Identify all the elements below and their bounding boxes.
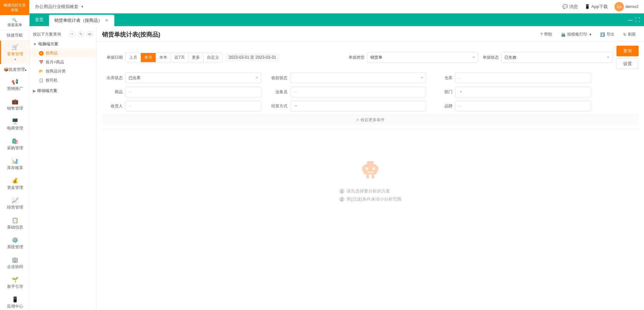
- collapse-panel-btn[interactable]: ≪: [86, 31, 93, 38]
- filter-row-3: 商品 ··· 业务员 ··· 部门: [102, 87, 639, 97]
- svg-point-3: [366, 167, 368, 170]
- appcenter-icon: 📱: [12, 296, 18, 303]
- outstatus-filter: 出库状态 已出库: [102, 72, 261, 83]
- date-btn-7days[interactable]: 近7天: [171, 53, 189, 62]
- empty-state: 1 请先选择要分析的方案 2 用[过滤]条件来缩小分析范围: [97, 129, 644, 231]
- user-menu[interactable]: Ea demo2: [614, 2, 639, 11]
- brand-select[interactable]: ···: [455, 101, 591, 111]
- paymentmethod-label: 结算方式: [267, 103, 290, 109]
- message-btn[interactable]: 💬 消息: [562, 4, 578, 10]
- print-dropdown-icon[interactable]: ▾: [589, 32, 591, 37]
- salesperson-filter: 业务员 ···: [267, 87, 426, 97]
- paymentmethod-filter: 结算方式: [267, 101, 426, 111]
- left-panel-title: 按以下方案查询: [33, 32, 61, 37]
- tab-minimize-icon[interactable]: —: [628, 17, 633, 22]
- sidebar-item-enterprise[interactable]: 🏢 企业协同: [0, 253, 29, 273]
- tree-item-by-product[interactable]: ● 按商品: [30, 49, 96, 58]
- receiver-dots: ···: [128, 104, 132, 108]
- industry-dropdown-icon[interactable]: ▾: [81, 4, 84, 9]
- doctype-dropdown-icon: [472, 57, 475, 58]
- tip-num-1: 1: [339, 189, 344, 194]
- sidebar-item-basic[interactable]: 📋 基础信息: [0, 214, 29, 234]
- payment-select[interactable]: [290, 72, 426, 83]
- basic-icon: 📋: [12, 217, 18, 223]
- industry-name: 办公用品行业模拟账套: [35, 4, 78, 10]
- tree-item-by-month[interactable]: 📅 按月+商品: [30, 58, 96, 67]
- tab-sales-stat-label: 销货单统计表（按商品）: [54, 17, 102, 23]
- edit-scheme-btn[interactable]: ✎: [77, 31, 84, 38]
- date-btn-lastmonth[interactable]: 上月: [126, 53, 141, 62]
- sidebar-item-newbie[interactable]: 🌱 新手引导: [0, 273, 29, 293]
- date-btn-thisyear[interactable]: 本年: [156, 53, 171, 62]
- tab-sales-stat[interactable]: 销货单统计表（按商品） ✕: [49, 15, 114, 26]
- tab-bar: 首页 销货单统计表（按商品） ✕ — ⛶: [30, 13, 644, 26]
- sidebar-item-sales[interactable]: 💼 销售管理: [0, 95, 29, 115]
- docstatus-label: 单据状态: [478, 55, 501, 60]
- settings-btn[interactable]: 设置: [616, 58, 639, 69]
- logo: 畅捷信好生意 标版: [0, 0, 29, 15]
- empty-tips: 1 请先选择要分析的方案 2 用[过滤]条件来缩小分析范围: [339, 188, 401, 204]
- doctype-label: 单据类型: [344, 55, 367, 60]
- warehouse-select[interactable]: ···: [455, 72, 591, 83]
- department-filter: 部门: [432, 87, 591, 97]
- payment-label: 收款状态: [267, 75, 290, 81]
- month-icon: 📅: [39, 60, 44, 64]
- date-label: 单据日期: [102, 55, 125, 60]
- date-btn-custom[interactable]: 自定义: [204, 53, 222, 62]
- salesperson-select[interactable]: ···: [290, 87, 426, 97]
- sidebar-item-operation[interactable]: 📈 经营管理: [0, 194, 29, 214]
- tab-home[interactable]: 首页: [30, 13, 49, 26]
- export-btn[interactable]: ⬇️ 导出: [597, 30, 617, 39]
- outstatus-select[interactable]: 已出库: [125, 72, 261, 83]
- search-icon: 🔍: [2, 18, 27, 22]
- date-btn-more[interactable]: 更多: [189, 53, 204, 62]
- product-select[interactable]: ···: [125, 87, 261, 97]
- outstatus-label: 出库状态: [102, 75, 125, 81]
- tree-pc-root[interactable]: ▼ 电脑端方案: [30, 40, 96, 49]
- tab-expand-icon[interactable]: ⛶: [635, 17, 640, 22]
- sidebar-item-wholesale[interactable]: 📦 批发管理 ▴: [0, 64, 29, 75]
- refresh-btn[interactable]: ↻ 刷新: [621, 30, 639, 39]
- help-btn[interactable]: ? 帮助: [538, 30, 555, 39]
- tree-mobile-root[interactable]: ▶ 移动端方案: [30, 86, 96, 95]
- docstatus-select[interactable]: 已生效: [501, 52, 612, 63]
- sidebar-item-purchase[interactable]: 🛍️ 采购管理: [0, 135, 29, 154]
- enterprise-icon: 🏢: [12, 257, 18, 263]
- tree-item-by-sku[interactable]: 📋 按司机: [30, 76, 96, 85]
- sidebar-item-marketing[interactable]: 📢 营销推广: [0, 75, 29, 95]
- tab-controls: — ⛶: [624, 17, 644, 22]
- receiver-select[interactable]: ···: [125, 101, 261, 111]
- tree-item-by-category[interactable]: 📂 按商品分类: [30, 67, 96, 76]
- paymentmethod-select[interactable]: [290, 101, 426, 111]
- wholesale-icon: 📦: [4, 67, 9, 72]
- tab-close-icon[interactable]: ✕: [104, 18, 109, 23]
- message-icon: 💬: [562, 4, 568, 9]
- department-select[interactable]: [455, 87, 591, 97]
- top-header: 办公用品行业模拟账套 ▾ 💬 消息 📱 App下载 Ea demo2: [30, 0, 644, 13]
- sidebar-item-inventory[interactable]: 📊 库存核算: [0, 154, 29, 174]
- filter-row-1: 单据日期 上月 本月 本年 近7天 更多 自定义 2023-03-01 至 20…: [102, 46, 639, 69]
- sidebar: 畅捷信好生意 标版 🔍 搜索菜单 快捷导航 🛒 零售管理 ▴ 📦 批发管理 ▴ …: [0, 0, 30, 310]
- sidebar-item-ecommerce[interactable]: 🖥️ 电商管理: [0, 115, 29, 135]
- app-download-btn[interactable]: 📱 App下载: [585, 4, 608, 10]
- sidebar-quicknav[interactable]: 快捷导航: [0, 31, 29, 41]
- doctype-select[interactable]: 销货单: [367, 52, 478, 63]
- content-area: 按以下方案查询 + ✎ ≪ ▼ 电脑端方案 ● 按商品 📅 按月+商品: [30, 26, 644, 310]
- download-icon: 📱: [585, 4, 590, 9]
- print-icon: 🖨️: [561, 32, 566, 37]
- tree-mobile-label: 移动端方案: [37, 88, 57, 94]
- page-header: 销货单统计表(按商品) ? 帮助 🖨️ 按模板打印 ▾ ⬇️ 导出: [97, 26, 644, 42]
- finance-icon: 💰: [12, 177, 18, 184]
- sidebar-search[interactable]: 🔍 搜索菜单: [0, 15, 29, 31]
- docstatus-dropdown-icon: [607, 57, 609, 58]
- sidebar-item-appcenter[interactable]: 📱 应用中心: [0, 293, 29, 310]
- sidebar-item-system[interactable]: ⚙️ 系统管理: [0, 234, 29, 253]
- query-btn[interactable]: 查询: [616, 46, 639, 56]
- collapse-bar[interactable]: ∧ 收起更多条件: [102, 115, 639, 125]
- date-btn-thismonth[interactable]: 本月: [141, 53, 156, 62]
- add-scheme-btn[interactable]: +: [69, 31, 75, 38]
- print-btn[interactable]: 🖨️ 按模板打印 ▾: [558, 30, 594, 39]
- sidebar-item-retail[interactable]: 🛒 零售管理 ▴: [0, 41, 29, 64]
- warehouse-label: 仓库: [432, 75, 455, 81]
- sidebar-item-finance[interactable]: 💰 资金管理: [0, 174, 29, 194]
